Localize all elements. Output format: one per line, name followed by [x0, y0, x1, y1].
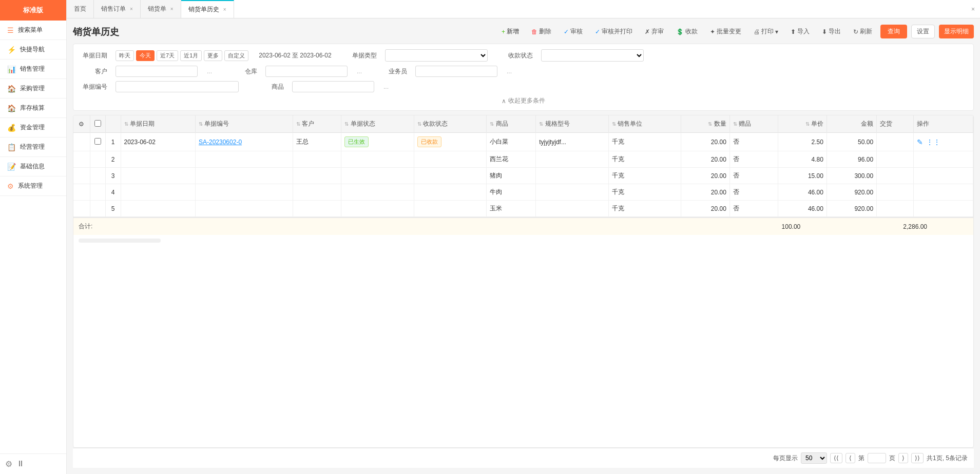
tab-sales-order-close[interactable]: × — [130, 6, 133, 12]
page-size-select[interactable]: 50 100 — [801, 452, 827, 464]
page-title: 销货单历史 — [73, 26, 119, 38]
print-button[interactable]: 🖨 打印 ▾ — [750, 25, 782, 38]
select-all-checkbox[interactable] — [94, 120, 101, 127]
sidebar-item-quick-nav[interactable]: ⚡ 快捷导航 — [0, 40, 66, 60]
sidebar-item-inventory[interactable]: 🏠 库存核算 — [0, 98, 66, 118]
page-number-input[interactable]: 1 — [868, 453, 886, 463]
approve-print-button[interactable]: ✓ 审核并打印 — [591, 25, 637, 38]
date-btn-today[interactable]: 今天 — [136, 50, 155, 61]
row-checkbox-cell[interactable] — [90, 184, 105, 201]
col-qty[interactable]: ⇅ 数量 — [681, 115, 730, 133]
sidebar-item-operations[interactable]: 📋 经营管理 — [0, 137, 66, 157]
col-settings[interactable]: ⚙ — [73, 115, 90, 133]
import-button[interactable]: ⬆ 导入 — [786, 25, 814, 38]
row-unit-price: 4.80 — [778, 151, 827, 168]
sidebar-settings-icon[interactable]: ⚙ — [5, 459, 12, 469]
col-doc-no[interactable]: ⇅ 单据编号 — [196, 115, 293, 133]
abandon-button[interactable]: ✗ 弃审 — [641, 25, 668, 38]
batch-change-button[interactable]: ✦ 批量变更 — [706, 25, 745, 38]
row-checkbox-cell[interactable] — [90, 151, 105, 168]
collapse-filter-btn[interactable]: ∧ 收起更多条件 — [81, 96, 966, 105]
warehouse-more-icon[interactable]: ... — [357, 68, 362, 75]
edit-op-icon[interactable]: ✎ — [917, 138, 923, 146]
table-settings-icon[interactable]: ⚙ — [79, 121, 84, 128]
sidebar-item-search-menu[interactable]: ☰ 搜索菜单 — [0, 21, 66, 40]
tab-sales-history-close[interactable]: × — [223, 7, 226, 12]
col-collect-status[interactable]: ⇅ 收款状态 — [414, 115, 487, 133]
date-btn-custom[interactable]: 自定义 — [224, 50, 248, 61]
goods-input[interactable] — [292, 81, 374, 92]
row-ops — [914, 184, 973, 201]
doc-type-select[interactable] — [385, 49, 488, 62]
prev-page-btn[interactable]: ⟨ — [846, 453, 855, 463]
last-page-btn[interactable]: ⟩⟩ — [911, 453, 924, 463]
doc-no-link[interactable]: SA-20230602-0 — [199, 139, 242, 146]
main-area: 首页 销售订单 × 销货单 × 销货单历史 × × 销货单历史 + 新增 — [67, 0, 980, 474]
row-trade — [877, 133, 914, 151]
row-checkbox[interactable] — [94, 138, 101, 145]
col-doc-status[interactable]: ⇅ 单据状态 — [341, 115, 414, 133]
collect-button[interactable]: 💲 收款 — [672, 25, 702, 38]
table-row: 3 猪肉 千克 20.00 否 15.00 300.00 — [73, 168, 973, 184]
customer-input[interactable] — [116, 66, 198, 77]
date-btn-more[interactable]: 更多 — [204, 50, 222, 61]
sidebar-item-system-mgmt[interactable]: ⚙ 系统管理 — [0, 176, 66, 196]
row-spec — [536, 151, 609, 168]
row-checkbox-cell[interactable] — [90, 201, 105, 217]
new-button[interactable]: + 新增 — [497, 25, 523, 38]
tab-home[interactable]: 首页 — [67, 0, 94, 18]
close-all-tabs[interactable]: × — [966, 6, 980, 13]
row-checkbox-cell[interactable] — [90, 133, 105, 151]
sidebar-item-sales-mgmt[interactable]: 📊 销售管理 — [0, 60, 66, 79]
col-unit-price[interactable]: ⇅ 单价 — [778, 115, 827, 133]
col-spec[interactable]: ⇅ 规格型号 — [536, 115, 609, 133]
date-btn-7days[interactable]: 近7天 — [157, 50, 178, 61]
filter-row-2: 客户 ... 仓库 ... 业务员 ... — [81, 66, 966, 77]
col-goods[interactable]: ⇅ 商品 — [487, 115, 536, 133]
footer-label: 合计: — [79, 222, 92, 231]
settings-button[interactable]: 设置 — [911, 25, 935, 38]
staff-more-icon[interactable]: ... — [507, 68, 512, 75]
customer-label: 客户 — [81, 67, 107, 76]
warehouse-input[interactable] — [265, 66, 348, 77]
row-collect-status — [414, 201, 487, 217]
tab-sales-delivery-close[interactable]: × — [170, 6, 174, 12]
approve-icon: ✓ — [564, 28, 569, 35]
refresh-button[interactable]: ↻ 刷新 — [849, 25, 876, 38]
col-row-num — [105, 115, 121, 133]
staff-input[interactable] — [415, 66, 497, 77]
sidebar-item-label: 基础信息 — [20, 162, 45, 171]
sidebar-collapse-icon[interactable]: ⏸ — [16, 459, 25, 469]
horizontal-scrollbar[interactable] — [79, 239, 161, 243]
col-unit[interactable]: ⇅ 销售单位 — [608, 115, 681, 133]
tab-sales-order[interactable]: 销售订单 × — [94, 0, 141, 18]
col-ops: 操作 — [914, 115, 973, 133]
col-amount[interactable]: 金额 — [827, 115, 876, 133]
date-btn-1month[interactable]: 近1月 — [180, 50, 202, 61]
query-button[interactable]: 查询 — [880, 25, 907, 38]
sidebar-item-label: 资金管理 — [20, 123, 45, 132]
more-op-icon[interactable]: ⋮⋮ — [926, 138, 940, 146]
sidebar-item-purchase-mgmt[interactable]: 🏠 采购管理 — [0, 79, 66, 98]
row-checkbox-cell[interactable] — [90, 168, 105, 184]
date-btn-yesterday[interactable]: 昨天 — [116, 50, 134, 61]
col-customer[interactable]: ⇅ 客户 — [293, 115, 341, 133]
next-page-btn[interactable]: ⟩ — [898, 453, 908, 463]
goods-more-icon[interactable]: ... — [383, 83, 389, 90]
approve-button[interactable]: ✓ 审核 — [560, 25, 587, 38]
collect-status-select[interactable] — [541, 49, 644, 62]
col-doc-date[interactable]: ⇅ 单据日期 — [121, 115, 196, 133]
row-settings-cell — [73, 184, 90, 201]
col-gift[interactable]: ⇅ 赠品 — [729, 115, 778, 133]
tab-sales-delivery[interactable]: 销货单 × — [141, 0, 181, 18]
doc-no-input[interactable] — [116, 81, 239, 92]
delete-button[interactable]: 🗑 删除 — [527, 25, 555, 38]
first-page-btn[interactable]: ⟨⟨ — [830, 453, 842, 463]
sidebar-item-basic-info[interactable]: 📝 基础信息 — [0, 157, 66, 176]
tab-sales-history[interactable]: 销货单历史 × — [181, 0, 234, 18]
customer-more-icon[interactable]: ... — [207, 68, 212, 75]
row-unit: 千克 — [608, 184, 681, 201]
export-button[interactable]: ⬇ 导出 — [818, 25, 845, 38]
display-detail-button[interactable]: 显示明细 — [939, 25, 974, 38]
sidebar-item-funds-mgmt[interactable]: 💰 资金管理 — [0, 118, 66, 137]
